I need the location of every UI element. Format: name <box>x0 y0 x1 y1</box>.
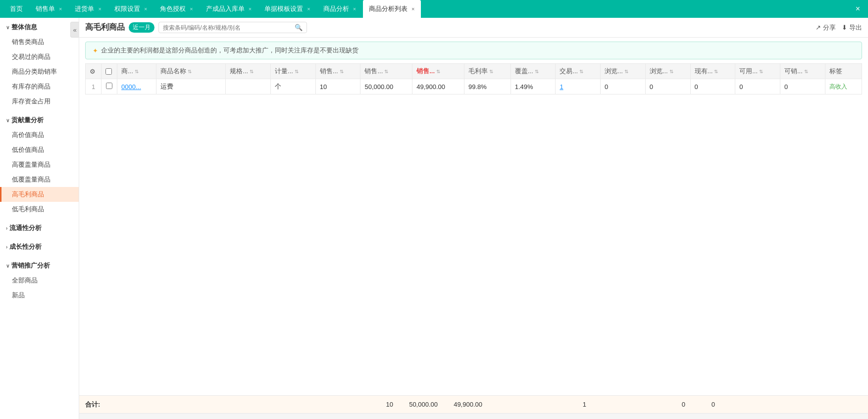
nav-close-sales[interactable]: × <box>59 6 62 12</box>
th-sellable-stock[interactable]: 可销...⇅ <box>780 64 825 79</box>
top-navigation: 首页 销售单 × 进货单 × 权限设置 × 角色授权 × 产成品入库单 × 单据… <box>0 0 868 18</box>
share-button[interactable]: ↗ 分享 <box>816 23 836 32</box>
th-sales-cost[interactable]: 销售...⇅ <box>412 64 464 79</box>
td-spec <box>226 79 271 94</box>
td-sellable-stock: 0 <box>780 79 825 94</box>
sidebar-item-high-value[interactable]: 高价值商品 <box>0 128 79 142</box>
arrow-icon-growth: › <box>6 244 7 250</box>
nav-product-analysis[interactable]: 商品分析 × <box>317 0 362 18</box>
search-box[interactable]: 🔍 <box>158 22 307 33</box>
arrow-icon-marketing: ∨ <box>6 263 9 269</box>
td-name: 运费 <box>156 79 226 94</box>
sort-icon-browse1: ⇅ <box>624 69 628 74</box>
sort-icon-gross-margin: ⇅ <box>489 69 493 74</box>
nav-close-product-inbound[interactable]: × <box>249 6 252 12</box>
footer-sales-amount: 50,000.00 <box>397 401 442 408</box>
sidebar-item-low-margin[interactable]: 低毛利商品 <box>0 202 79 217</box>
th-name[interactable]: 商品名称⇅ <box>156 64 226 79</box>
td-coverage: 1.49% <box>511 79 556 94</box>
sidebar-section-growth: › 成长性分析 <box>0 237 79 256</box>
th-sales-count[interactable]: 销售...⇅ <box>315 64 360 79</box>
nav-close-template[interactable]: × <box>307 6 310 12</box>
footer-transaction: 1 <box>546 401 590 408</box>
sidebar-item-low-coverage[interactable]: 低覆盖量商品 <box>0 172 79 187</box>
th-available-stock[interactable]: 可用...⇅ <box>735 64 780 79</box>
sidebar-item-high-coverage[interactable]: 高覆盖量商品 <box>0 157 79 172</box>
scrollbar-area[interactable] <box>79 413 868 419</box>
share-icon: ↗ <box>816 24 821 31</box>
th-tag[interactable]: 标签 <box>825 64 862 79</box>
th-transaction[interactable]: 交易...⇅ <box>556 64 601 79</box>
sidebar-item-stocked-goods[interactable]: 有库存的商品 <box>0 79 79 94</box>
sidebar-section-liquidity: › 流通性分析 <box>0 219 79 237</box>
info-icon: ✦ <box>93 47 98 54</box>
th-current-stock[interactable]: 现有...⇅ <box>690 64 735 79</box>
td-current-stock: 0 <box>690 79 735 94</box>
sidebar-section-contribution-header[interactable]: ∨ 贡献量分析 <box>0 113 79 128</box>
nav-close-product-analysis-list[interactable]: × <box>411 6 414 12</box>
select-all-checkbox[interactable] <box>105 68 112 75</box>
search-input[interactable] <box>163 24 293 31</box>
nav-close-product-analysis[interactable]: × <box>353 6 356 12</box>
th-settings[interactable]: ⚙ <box>86 64 102 79</box>
sidebar-section-overview-header[interactable]: ∨ 整体信息 <box>0 20 79 35</box>
td-code[interactable]: 0000... <box>117 79 156 94</box>
sidebar-section-contribution: ∨ 贡献量分析 高价值商品 低价值商品 高覆盖量商品 低覆盖量商品 高毛利商品 … <box>0 111 79 219</box>
td-transaction[interactable]: 1 <box>556 79 601 94</box>
nav-permission[interactable]: 权限设置 × <box>108 0 153 18</box>
nav-close-permission[interactable]: × <box>144 6 147 12</box>
footer-current-stock: 0 <box>650 401 689 408</box>
nav-close-role[interactable]: × <box>190 6 193 12</box>
th-sales-amount[interactable]: 销售...⇅ <box>360 64 412 79</box>
nav-close-purchase[interactable]: × <box>98 6 101 12</box>
th-code[interactable]: 商...⇅ <box>117 64 156 79</box>
sidebar-item-all-goods[interactable]: 全部商品 <box>0 273 79 288</box>
sidebar-section-marketing-header[interactable]: ∨ 营销推广分析 <box>0 258 79 273</box>
sidebar: « ∨ 整体信息 销售类商品 交易过的商品 商品分类助销率 有库存的商品 库存资… <box>0 18 79 419</box>
sidebar-section-growth-header[interactable]: › 成长性分析 <box>0 239 79 254</box>
sort-icon-name: ⇅ <box>188 69 192 74</box>
th-browse1[interactable]: 浏览...⇅ <box>601 64 646 79</box>
arrow-icon-contrib: ∨ <box>6 118 9 123</box>
sidebar-item-traded-goods[interactable]: 交易过的商品 <box>0 49 79 64</box>
sort-icon-coverage: ⇅ <box>535 69 539 74</box>
nav-product-inbound[interactable]: 产成品入库单 × <box>200 0 257 18</box>
sort-icon-available-stock: ⇅ <box>759 69 763 74</box>
th-checkbox[interactable] <box>102 64 117 79</box>
sidebar-section-liquidity-header[interactable]: › 流通性分析 <box>0 221 79 235</box>
td-browse2: 0 <box>645 79 690 94</box>
td-browse1: 0 <box>601 79 646 94</box>
th-coverage[interactable]: 覆盖...⇅ <box>511 64 556 79</box>
sort-icon-spec: ⇅ <box>250 69 254 74</box>
td-sales-count: 10 <box>315 79 360 94</box>
nav-purchase[interactable]: 进货单 × <box>69 0 107 18</box>
nav-home[interactable]: 首页 <box>4 0 29 18</box>
nav-template[interactable]: 单据模板设置 × <box>258 0 316 18</box>
table-row: 1 0000... 运费 个 10 50,000.00 49,900.00 99… <box>86 79 862 94</box>
search-icon[interactable]: 🔍 <box>295 24 303 31</box>
nav-product-analysis-list[interactable]: 商品分析列表 × <box>363 0 420 18</box>
nav-sales[interactable]: 销售单 × <box>30 0 68 18</box>
filter-tag-month[interactable]: 近一月 <box>129 22 154 33</box>
sidebar-item-low-value[interactable]: 低价值商品 <box>0 142 79 157</box>
sidebar-item-new-goods[interactable]: 新品 <box>0 288 79 303</box>
export-button[interactable]: ⬇ 导出 <box>842 23 862 32</box>
sidebar-toggle-button[interactable]: « <box>70 22 79 38</box>
row-checkbox[interactable] <box>106 83 112 89</box>
sidebar-item-sales-goods[interactable]: 销售类商品 <box>0 35 79 49</box>
th-browse2[interactable]: 浏览...⇅ <box>645 64 690 79</box>
th-spec[interactable]: 规格...⇅ <box>226 64 271 79</box>
th-gross-margin[interactable]: 毛利率⇅ <box>464 64 511 79</box>
td-checkbox[interactable] <box>102 79 117 94</box>
sidebar-item-stock-capital[interactable]: 库存资金占用 <box>0 94 79 109</box>
main-layout: « ∨ 整体信息 销售类商品 交易过的商品 商品分类助销率 有库存的商品 库存资… <box>0 18 868 419</box>
window-close-button[interactable]: × <box>852 4 864 13</box>
sidebar-item-category-sales[interactable]: 商品分类助销率 <box>0 64 79 79</box>
page-title: 高毛利商品 <box>85 22 125 33</box>
th-unit[interactable]: 计量...⇅ <box>271 64 316 79</box>
table-header-row: ⚙ 商...⇅ 商品名称⇅ 规格...⇅ <box>86 64 862 79</box>
nav-role[interactable]: 角色授权 × <box>154 0 199 18</box>
product-table: ⚙ 商...⇅ 商品名称⇅ 规格...⇅ <box>85 63 862 94</box>
td-sales-amount: 50,000.00 <box>360 79 412 94</box>
sidebar-item-high-margin[interactable]: 高毛利商品 <box>0 187 79 202</box>
